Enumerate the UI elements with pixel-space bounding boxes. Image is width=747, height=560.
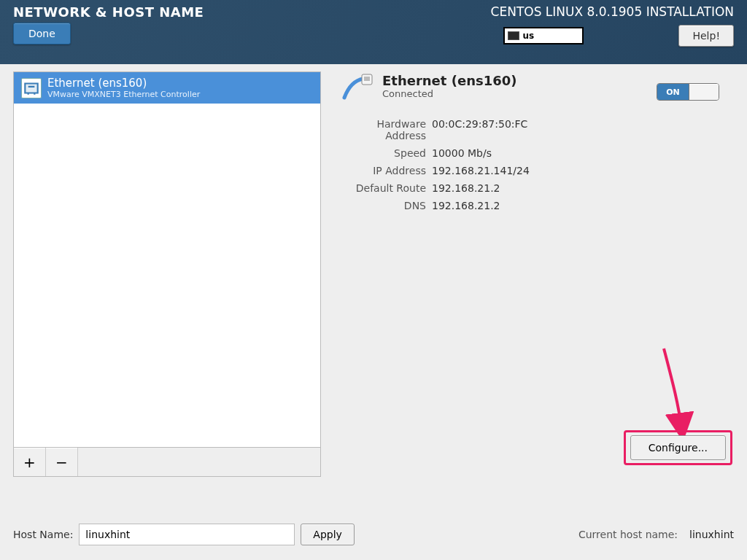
keyboard-layout-indicator[interactable]: us [503, 27, 584, 44]
hostname-input[interactable] [79, 524, 295, 545]
detail-row-dns: DNS 192.168.21.2 [341, 197, 732, 214]
header-right: CENTOS LINUX 8.0.1905 INSTALLATION us He… [491, 4, 734, 47]
detail-status: Connected [382, 88, 516, 99]
hostname-label: Host Name: [13, 529, 73, 540]
detail-row-ip: IP Address 192.168.21.141/24 [341, 162, 732, 179]
nic-list-item-text: Ethernet (ens160) VMware VMXNET3 Etherne… [47, 77, 200, 99]
detail-title: Ethernet (ens160) [382, 73, 516, 88]
keyboard-icon [508, 31, 519, 40]
current-hostname-label: Current host name: [578, 529, 678, 540]
detail-row-gateway: Default Route 192.168.21.2 [341, 179, 732, 197]
nic-list[interactable]: Ethernet (ens160) VMware VMXNET3 Etherne… [13, 71, 321, 448]
current-hostname-value: linuxhint [689, 529, 734, 540]
detail-label: DNS [341, 200, 432, 211]
configure-highlight: Configure... [624, 430, 732, 465]
detail-value: 10000 Mb/s [432, 147, 492, 159]
header-bar: NETWORK & HOST NAME Done CENTOS LINUX 8.… [0, 0, 747, 64]
svg-rect-1 [364, 77, 370, 81]
remove-nic-button[interactable]: − [46, 448, 78, 476]
add-nic-button[interactable]: + [14, 448, 46, 476]
spoke-title: NETWORK & HOST NAME [13, 4, 204, 20]
done-button[interactable]: Done [13, 23, 71, 44]
connection-toggle[interactable]: ON [657, 83, 719, 101]
nic-detail-panel: Ethernet (ens160) Connected ON Hardware … [341, 73, 732, 214]
nic-list-buttons: + − [13, 448, 321, 477]
detail-value: 192.168.21.2 [432, 182, 500, 194]
detail-label: Hardware Address [341, 118, 432, 141]
header-left: NETWORK & HOST NAME Done [13, 4, 204, 44]
network-cable-icon [341, 73, 375, 102]
detail-value: 00:0C:29:87:50:FC [432, 118, 527, 141]
detail-row-speed: Speed 10000 Mb/s [341, 144, 732, 162]
detail-value: 192.168.21.141/24 [432, 165, 530, 176]
detail-value: 192.168.21.2 [432, 200, 500, 211]
current-hostname: Current host name: linuxhint [578, 529, 734, 540]
nic-list-item[interactable]: Ethernet (ens160) VMware VMXNET3 Etherne… [14, 72, 320, 104]
detail-label: Default Route [341, 182, 432, 194]
keyboard-layout-label: us [522, 31, 534, 41]
configure-button[interactable]: Configure... [630, 435, 726, 460]
toggle-knob [689, 84, 719, 100]
annotation-arrow-icon [651, 346, 694, 440]
ethernet-icon [21, 78, 42, 98]
toggle-on-label: ON [657, 84, 689, 100]
main-content: Ethernet (ens160) VMware VMXNET3 Etherne… [0, 64, 747, 560]
help-button[interactable]: Help! [678, 25, 734, 47]
apply-hostname-button[interactable]: Apply [301, 524, 355, 545]
nic-name: Ethernet (ens160) [47, 77, 200, 90]
product-title: CENTOS LINUX 8.0.1905 INSTALLATION [491, 4, 734, 19]
detail-row-hwaddr: Hardware Address 00:0C:29:87:50:FC [341, 115, 732, 144]
nic-driver: VMware VMXNET3 Ethernet Controller [47, 90, 200, 99]
detail-properties: Hardware Address 00:0C:29:87:50:FC Speed… [341, 115, 732, 214]
detail-label: Speed [341, 147, 432, 159]
detail-label: IP Address [341, 165, 432, 176]
hostname-row: Host Name: Apply Current host name: linu… [0, 524, 747, 545]
